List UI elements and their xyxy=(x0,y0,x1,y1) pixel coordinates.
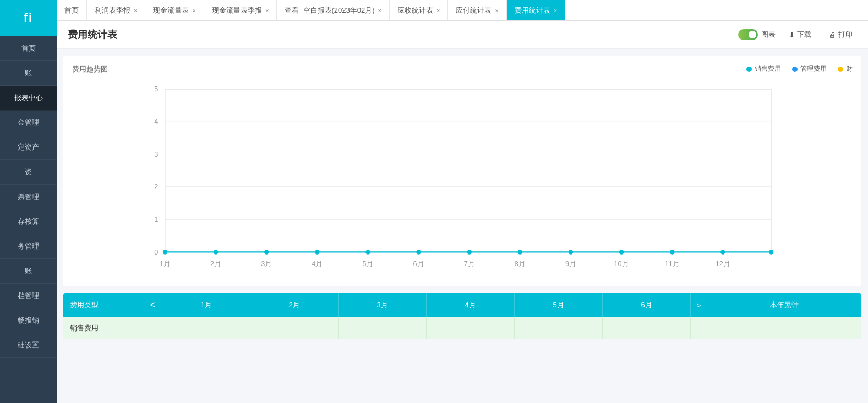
svg-text:1: 1 xyxy=(154,216,158,223)
legend-dot-finance xyxy=(838,67,843,72)
legend-sales: 销售费用 xyxy=(746,64,781,74)
svg-point-24 xyxy=(720,250,725,254)
svg-point-22 xyxy=(619,250,624,254)
tab-close-cashflow-quarterly[interactable]: × xyxy=(265,7,269,14)
svg-point-19 xyxy=(467,250,471,254)
td-sales-m6 xyxy=(603,317,691,339)
sidebar-item-reimbursement[interactable]: 畅报销 xyxy=(0,308,57,333)
svg-text:8月: 8月 xyxy=(515,260,526,268)
chart-toggle[interactable] xyxy=(738,29,758,40)
th-month-5: 5月 xyxy=(515,293,603,317)
chart-toggle-wrap[interactable]: 图表 xyxy=(738,29,776,40)
svg-point-25 xyxy=(769,250,773,254)
svg-text:5: 5 xyxy=(154,85,158,93)
table-header-row: 费用类型 < 1月 2月 3月 4月 5月 xyxy=(63,293,861,317)
tab-cashflow-quarterly[interactable]: 现金流量表季报 × xyxy=(204,0,277,20)
sidebar-item-cash[interactable]: 金管理 xyxy=(0,111,57,135)
svg-text:12月: 12月 xyxy=(716,260,730,268)
tab-close-profit-quarterly[interactable]: × xyxy=(134,7,137,14)
tab-close-blank-report[interactable]: × xyxy=(378,7,381,14)
print-button[interactable]: 🖨 打印 xyxy=(825,27,857,42)
sidebar-logo: fi xyxy=(0,0,57,36)
svg-text:3: 3 xyxy=(154,151,158,158)
sidebar-item-account[interactable]: 账 xyxy=(0,61,57,86)
sidebar-item-archive[interactable]: 档管理 xyxy=(0,284,57,308)
legend-dot-sales xyxy=(746,67,752,72)
sidebar-item-home[interactable]: 首页 xyxy=(0,36,57,61)
chart-legend: 销售费用 管理费用 财 xyxy=(746,64,853,74)
sidebar-item-invoice[interactable]: 票管理 xyxy=(0,185,57,209)
svg-text:9月: 9月 xyxy=(565,260,576,268)
svg-point-14 xyxy=(214,250,218,254)
chart-toggle-label: 图表 xyxy=(761,30,776,40)
svg-text:11月: 11月 xyxy=(665,260,680,268)
sidebar-item-capital[interactable]: 资 xyxy=(0,160,57,185)
svg-text:1月: 1月 xyxy=(160,260,171,268)
main-area: 首页 利润表季报 × 现金流量表 × 现金流量表季报 × 查看_空白报表(202… xyxy=(57,0,868,403)
sidebar-item-assets[interactable]: 定资产 xyxy=(0,135,57,160)
table-row-sales: 销售费用 xyxy=(63,317,861,339)
svg-point-20 xyxy=(518,250,522,254)
legend-label-finance: 财 xyxy=(846,64,853,74)
svg-point-16 xyxy=(315,250,319,254)
svg-text:2月: 2月 xyxy=(210,260,221,268)
tab-profit-quarterly[interactable]: 利润表季报 × xyxy=(87,0,145,20)
th-nav-prev[interactable]: < xyxy=(150,300,155,310)
legend-admin: 管理费用 xyxy=(792,64,827,74)
tab-close-receivable[interactable]: × xyxy=(436,7,440,14)
td-sales-nav xyxy=(691,317,707,339)
legend-label-sales: 销售费用 xyxy=(755,64,781,74)
th-month-2: 2月 xyxy=(250,293,339,317)
tab-receivable[interactable]: 应收统计表 × xyxy=(390,0,448,20)
td-sales-m3 xyxy=(339,317,427,339)
svg-point-21 xyxy=(569,250,573,254)
svg-point-23 xyxy=(670,250,674,254)
tab-cashflow[interactable]: 现金流量表 × xyxy=(145,0,204,20)
sidebar: fi 首页 账 报表中心 金管理 定资产 资 票管理 存核算 务管理 账 档管理… xyxy=(0,0,57,403)
svg-point-18 xyxy=(416,250,421,254)
legend-dot-admin xyxy=(792,67,798,72)
sidebar-item-settings[interactable]: 础设置 xyxy=(0,333,57,358)
th-month-3: 3月 xyxy=(339,293,427,317)
header-actions: 图表 ⬇ 下载 🖨 打印 xyxy=(738,27,857,42)
svg-text:10月: 10月 xyxy=(614,260,629,268)
th-nav-next[interactable]: > xyxy=(691,293,707,317)
sidebar-item-reports[interactable]: 报表中心 xyxy=(0,86,57,111)
table-section: 费用类型 < 1月 2月 3月 4月 5月 xyxy=(63,293,861,339)
th-month-6: 6月 xyxy=(603,293,691,317)
sidebar-item-inventory[interactable]: 存核算 xyxy=(0,209,57,234)
sidebar-item-service[interactable]: 务管理 xyxy=(0,234,57,259)
svg-text:4: 4 xyxy=(154,118,158,125)
chart-container: 5 4 3 2 1 0 xyxy=(72,80,853,278)
svg-point-13 xyxy=(163,250,167,254)
td-sales-m4 xyxy=(427,317,515,339)
tab-blank-report[interactable]: 查看_空白报表(2023年02月) × xyxy=(277,0,390,20)
td-sales-ytd xyxy=(707,317,861,339)
page-header: 费用统计表 图表 ⬇ 下载 🖨 打印 xyxy=(57,21,868,49)
svg-text:0: 0 xyxy=(154,249,158,256)
content-area: 费用统计表 图表 ⬇ 下载 🖨 打印 费用趋势图 xyxy=(57,21,868,403)
tab-home[interactable]: 首页 xyxy=(57,0,87,20)
tab-payable[interactable]: 应付统计表 × xyxy=(448,0,506,20)
svg-point-17 xyxy=(365,250,370,254)
svg-text:3月: 3月 xyxy=(261,260,272,268)
svg-text:7月: 7月 xyxy=(464,260,475,268)
chart-section: 费用趋势图 销售费用 管理费用 财 xyxy=(63,56,861,286)
svg-text:6月: 6月 xyxy=(413,260,424,268)
th-ytd: 本年累计 xyxy=(707,293,861,317)
th-month-1: 1月 xyxy=(162,293,250,317)
page-title: 费用统计表 xyxy=(68,28,117,41)
tab-close-expense[interactable]: × xyxy=(554,7,557,14)
tab-close-payable[interactable]: × xyxy=(495,7,498,14)
download-button[interactable]: ⬇ 下载 xyxy=(784,27,816,42)
tab-bar: 首页 利润表季报 × 现金流量表 × 现金流量表季报 × 查看_空白报表(202… xyxy=(57,0,868,21)
svg-text:5月: 5月 xyxy=(362,260,373,268)
legend-label-admin: 管理费用 xyxy=(800,64,827,74)
tab-expense[interactable]: 费用统计表 × xyxy=(507,0,565,20)
svg-point-15 xyxy=(264,250,269,254)
print-icon: 🖨 xyxy=(829,31,836,39)
td-type-sales: 销售费用 xyxy=(63,317,162,339)
sidebar-item-ledger[interactable]: 账 xyxy=(0,259,57,284)
tab-close-cashflow[interactable]: × xyxy=(192,7,195,14)
svg-rect-12 xyxy=(165,89,771,252)
